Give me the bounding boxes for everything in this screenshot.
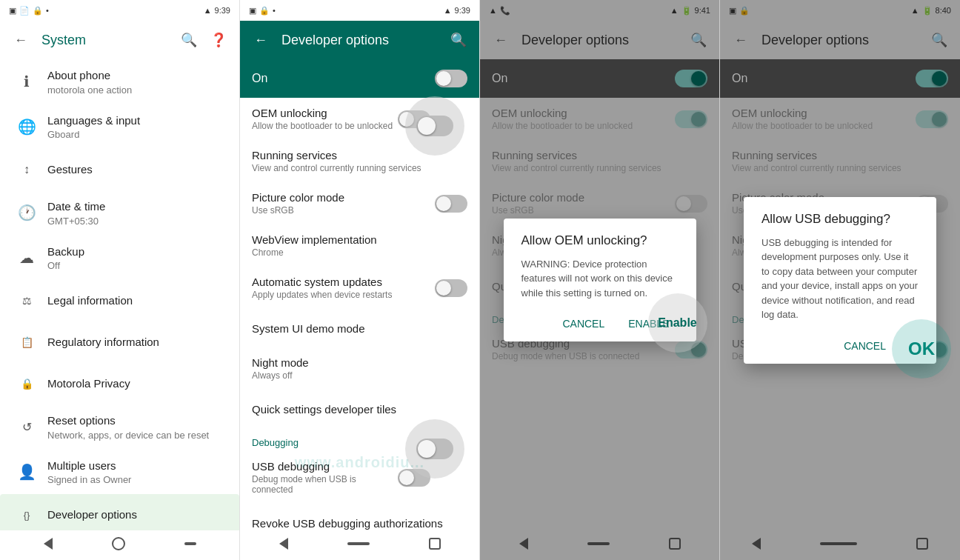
enable-text: Enable: [658, 316, 696, 330]
settings-item-about[interactable]: ℹ About phone motorola one action: [0, 59, 239, 104]
picture-color-subtitle: Use sRGB: [252, 205, 435, 216]
system-settings-panel: ▣ 📄 🔒 • ▲ 9:39 ← System 🔍 ❓ ℹ About phon…: [0, 0, 240, 560]
back-icon[interactable]: ←: [6, 25, 36, 55]
system-ui-item[interactable]: System UI demo mode: [240, 309, 479, 347]
settings-item-developer[interactable]: {} Developer options: [0, 494, 239, 530]
auto-updates-subtitle: Apply updates when device restarts: [252, 290, 435, 300]
about-title: About phone: [47, 68, 227, 83]
nav-bar-middle: [240, 530, 479, 560]
wifi-icon: ▲: [204, 6, 212, 15]
quick-settings-title: Quick settings developer tiles: [252, 403, 467, 416]
enable-circle-decoration: Enable: [648, 293, 707, 353]
settings-item-privacy[interactable]: 🔒 Motorola Privacy: [0, 363, 239, 404]
time-display: 9:39: [215, 6, 230, 15]
usb-dialog-body: USB debugging is intended for developmen…: [761, 236, 919, 322]
legal-title: Legal information: [47, 293, 227, 308]
privacy-icon: 🔒: [12, 378, 41, 390]
night-mode-item[interactable]: Night mode Always off: [240, 347, 479, 390]
settings-item-regulatory[interactable]: 📋 Regulatory information: [0, 321, 239, 363]
right-panels-container: ▲ 📞 ▲ 🔋 9:41 ← Developer options 🔍 On: [480, 0, 960, 560]
webview-item[interactable]: WebView implementation Chrome: [240, 224, 479, 267]
settings-item-gestures[interactable]: ↕ Gestures: [0, 149, 239, 190]
toggle-thumb-middle: [436, 71, 451, 86]
settings-item-users[interactable]: 👤 Multiple users Signed in as Owner: [0, 450, 239, 495]
developer-options-panel: ▣ 🔒 • ▲ 9:39 ← Developer options 🔍 On OE…: [240, 0, 480, 560]
gestures-icon: ↕: [12, 163, 41, 176]
wifi-icon-m: ▲: [444, 6, 452, 15]
auto-updates-toggle[interactable]: [435, 279, 467, 297]
back-button-middle[interactable]: ←: [246, 25, 276, 55]
revoke-title: Revoke USB debugging authorizations: [252, 517, 467, 530]
running-subtitle: View and control currently running servi…: [252, 163, 467, 173]
auto-updates-title: Automatic system updates: [252, 276, 435, 288]
help-button[interactable]: ❓: [204, 25, 233, 55]
oem-dialog-overlay: Allow OEM unlocking? WARNING: Device pro…: [480, 0, 719, 560]
back-nav[interactable]: [44, 538, 53, 550]
usb-subtitle: Debug mode when USB is connected: [252, 474, 398, 495]
usb-dialog-overlay: Allow USB debugging? USB debugging is in…: [720, 0, 960, 560]
doc-icon: 📄: [19, 6, 30, 16]
search-button-middle[interactable]: 🔍: [444, 25, 473, 55]
developer-title: Developer options: [47, 507, 227, 522]
home-nav[interactable]: [112, 537, 125, 550]
about-subtitle: motorola one action: [47, 84, 227, 96]
oem-cancel-button[interactable]: Cancel: [553, 312, 613, 336]
users-subtitle: Signed in as Owner: [47, 474, 227, 485]
night-mode-title: Night mode: [252, 356, 467, 369]
back-nav-m[interactable]: [279, 538, 288, 550]
usb-cancel-button[interactable]: Cancel: [835, 334, 895, 358]
home-nav-m[interactable]: [347, 542, 370, 545]
developer-toggle[interactable]: [435, 70, 467, 87]
page-title: System: [36, 33, 174, 48]
reset-icon: ↺: [12, 420, 41, 434]
legal-icon: ⚖: [12, 295, 41, 307]
status-icons: ▲ 9:39: [204, 6, 230, 15]
oem-title: OEM unlocking: [252, 107, 398, 119]
settings-item-reset[interactable]: ↺ Reset options Network, apps, or device…: [0, 404, 239, 450]
languages-subtitle: Gboard: [47, 129, 227, 140]
settings-item-datetime[interactable]: 🕐 Date & time GMT+05:30: [0, 190, 239, 236]
system-ui-title: System UI demo mode: [252, 322, 467, 335]
toggle-zoom-decoration: [405, 98, 464, 156]
datetime-title: Date & time: [47, 199, 227, 214]
datetime-subtitle: GMT+05:30: [47, 216, 227, 227]
regulatory-title: Regulatory information: [47, 335, 227, 350]
search-button[interactable]: 🔍: [174, 25, 204, 55]
datetime-icon: 🕐: [12, 204, 41, 221]
about-icon: ℹ: [12, 73, 41, 90]
ok-text: OK: [908, 339, 935, 359]
night-mode-subtitle: Always off: [252, 370, 467, 381]
revoke-usb-item[interactable]: Revoke USB debugging authorizations: [240, 504, 479, 530]
usb-dialog-title: Allow USB debugging?: [761, 212, 919, 227]
picture-color-toggle[interactable]: [435, 195, 467, 213]
oem-dialog-title: Allow OEM unlocking?: [521, 233, 679, 248]
recents-nav[interactable]: [184, 542, 196, 545]
reset-title: Reset options: [47, 413, 227, 428]
picture-color-item[interactable]: Picture color mode Use sRGB: [240, 182, 479, 224]
status-bar-left: ▣ 📄 🔒 • ▲ 9:39: [0, 0, 239, 21]
time-display-middle: 9:39: [455, 6, 470, 15]
settings-item-legal[interactable]: ⚖ Legal information: [0, 280, 239, 321]
dot-icon: •: [46, 6, 49, 15]
settings-list: ℹ About phone motorola one action 🌐 Lang…: [0, 59, 239, 530]
settings-item-languages[interactable]: 🌐 Languages & input Gboard: [0, 104, 239, 150]
backup-icon: ☁: [12, 249, 41, 267]
app-bar-middle: ← Developer options 🔍: [240, 21, 479, 59]
oem-dialog-wrapper: Allow OEM unlocking? WARNING: Device pro…: [504, 219, 696, 342]
picture-color-title: Picture color mode: [252, 191, 435, 204]
lock-icon: 🔒: [33, 6, 43, 16]
users-icon: 👤: [12, 463, 41, 481]
status-icons-middle: ▲ 9:39: [444, 6, 470, 15]
usb-title: USB debugging: [252, 460, 398, 473]
reset-subtitle: Network, apps, or device can be reset: [47, 430, 227, 441]
lock-icon-m: 🔒: [259, 6, 270, 16]
backup-title: Backup: [47, 244, 227, 259]
settings-item-backup[interactable]: ☁ Backup Off: [0, 236, 239, 281]
backup-subtitle: Off: [47, 260, 227, 271]
webview-title: WebView implementation: [252, 233, 467, 246]
developer-on-row: On: [240, 59, 479, 98]
developer-options-panel-r1: ▲ 📞 ▲ 🔋 9:41 ← Developer options 🔍 On: [480, 0, 720, 560]
recents-nav-m[interactable]: [429, 538, 441, 550]
auto-updates-item[interactable]: Automatic system updates Apply updates w…: [240, 267, 479, 309]
toggle-zoom-usb-decoration: [405, 419, 464, 479]
